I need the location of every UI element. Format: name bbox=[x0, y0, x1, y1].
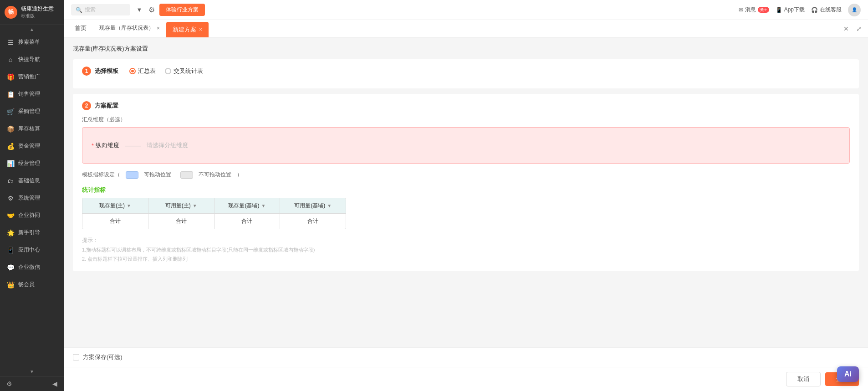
tabs-controls: ✕ ⤢ bbox=[842, 24, 863, 33]
page-title: 现存量(库存状况表)方案设置 bbox=[73, 45, 859, 53]
sidebar-item-label: 快捷导航 bbox=[18, 56, 40, 63]
wechat-icon: 💬 bbox=[6, 263, 15, 272]
quick-nav-icon: ⌂ bbox=[6, 56, 15, 64]
online-service-label: 在线客服 bbox=[820, 6, 842, 14]
tab-inventory-close[interactable]: × bbox=[157, 25, 160, 31]
main-area: 🔍 搜索 ▼ ⚙ 体验行业方案 ✉ 消息 99+ 📱 App下载 🎧 在线客服 … bbox=[64, 0, 868, 391]
stats-header-row: 现存量(主) ▼ 可用量(主) ▼ 现存量(基辅) ▼ 可用量(基辅) ▼ bbox=[82, 198, 346, 213]
topbar-gear-btn[interactable]: ⚙ bbox=[148, 5, 155, 14]
online-service-btn[interactable]: 🎧 在线客服 bbox=[811, 6, 842, 14]
message-btn[interactable]: ✉ 消息 99+ bbox=[739, 6, 769, 14]
sidebar-item-app-center[interactable]: 📱 应用中心 bbox=[0, 242, 64, 259]
cooperation-icon: 🤝 bbox=[6, 211, 15, 220]
fixed-label: 不可拖动位置 bbox=[199, 171, 231, 179]
sidebar-bottom: ⚙ ◀ bbox=[0, 376, 64, 391]
movable-indicator bbox=[126, 171, 138, 179]
user-avatar[interactable]: 👤 bbox=[848, 4, 861, 16]
step1-title: 选择模板 bbox=[95, 67, 118, 75]
step2-title: 方案配置 bbox=[95, 102, 118, 110]
sidebar-scroll-down[interactable]: ▼ bbox=[0, 367, 64, 376]
topbar-search-box[interactable]: 🔍 搜索 bbox=[71, 4, 130, 15]
step1-card: 1 选择模板 汇总表 交叉统计表 bbox=[73, 59, 859, 88]
app-logo-icon: 畅 bbox=[5, 6, 17, 19]
sidebar-item-label: 企业协同 bbox=[18, 211, 40, 219]
sidebar-item-label: 采购管理 bbox=[18, 108, 40, 115]
tips-item-1: 1.拖动标题栏可以调整布局，不可跨维度或指标区域拖动栏目字段(只能在同一维度或指… bbox=[82, 246, 850, 254]
tab-new-scheme-close[interactable]: × bbox=[199, 26, 202, 33]
sidebar-item-finance[interactable]: 💰 资金管理 bbox=[0, 138, 64, 155]
tabs-bar: 首页 现存量（库存状况表） × 新建方案 × ✕ ⤢ bbox=[64, 20, 868, 37]
search-dropdown-btn[interactable]: ▼ bbox=[135, 5, 144, 15]
dimension-placeholder: 请选择分组维度 bbox=[147, 141, 188, 149]
cancel-button[interactable]: 取消 bbox=[786, 372, 821, 386]
sidebar-item-label: 应用中心 bbox=[18, 246, 40, 254]
save-row: 方案保存(可选) bbox=[64, 347, 868, 367]
sidebar-item-inventory[interactable]: 📦 库存核算 bbox=[0, 120, 64, 138]
message-label: 消息 bbox=[745, 6, 756, 14]
marketing-icon: 🎁 bbox=[6, 73, 15, 81]
stats-col-1-header[interactable]: 现存量(主) ▼ bbox=[82, 198, 148, 213]
ai-fab-button[interactable]: Ai bbox=[837, 366, 859, 382]
sidebar-item-wechat[interactable]: 💬 企业微信 bbox=[0, 259, 64, 276]
sidebar-item-label: 资金管理 bbox=[18, 142, 40, 150]
search-menu-icon: ☰ bbox=[6, 38, 15, 46]
col4-chevron[interactable]: ▼ bbox=[327, 203, 332, 208]
save-scheme-label: 方案保存(可选) bbox=[83, 353, 123, 361]
sidebar-item-cooperation[interactable]: 🤝 企业协同 bbox=[0, 207, 64, 224]
sidebar-item-search-menu[interactable]: ☰ 搜索菜单 bbox=[0, 34, 64, 51]
inventory-icon: 📦 bbox=[6, 125, 15, 133]
message-icon: ✉ bbox=[739, 7, 743, 13]
sidebar-item-system[interactable]: ⚙ 系统管理 bbox=[0, 190, 64, 207]
tab-close-btn[interactable]: ✕ bbox=[842, 24, 851, 33]
close-bracket: ） bbox=[237, 171, 242, 179]
sidebar-item-operations[interactable]: 📊 经营管理 bbox=[0, 155, 64, 172]
tab-new-scheme[interactable]: 新建方案 × bbox=[166, 22, 209, 37]
radio-cross[interactable]: 交叉统计表 bbox=[165, 67, 203, 75]
basic-info-icon: 🗂 bbox=[6, 177, 15, 185]
sidebar: 畅 畅康通好生意 标准版 ▲ ☰ 搜索菜单 ⌂ 快捷导航 🎁 营销推广 📋 销售… bbox=[0, 0, 64, 391]
sidebar-item-quick-nav[interactable]: ⌂ 快捷导航 bbox=[0, 51, 64, 68]
stats-table: 现存量(主) ▼ 可用量(主) ▼ 现存量(基辅) ▼ 可用量(基辅) ▼ bbox=[82, 198, 346, 229]
col3-chevron[interactable]: ▼ bbox=[261, 203, 266, 208]
stats-col-1-agg: 合计 bbox=[82, 214, 148, 229]
new-guide-icon: 🌟 bbox=[6, 229, 15, 237]
settings-icon[interactable]: ⚙ bbox=[6, 380, 12, 387]
collapse-icon[interactable]: ◀ bbox=[52, 380, 57, 387]
sidebar-item-label: 搜索菜单 bbox=[18, 38, 40, 46]
sidebar-item-purchase[interactable]: 🛒 采购管理 bbox=[0, 103, 64, 120]
step2-header: 2 方案配置 bbox=[82, 101, 850, 110]
step2-badge: 2 bbox=[82, 101, 91, 110]
sidebar-item-new-guide[interactable]: 🌟 新手引导 bbox=[0, 224, 64, 242]
sidebar-item-label: 畅会员 bbox=[18, 281, 35, 288]
radio-summary-label: 汇总表 bbox=[138, 67, 156, 75]
sidebar-item-sales[interactable]: 📋 销售管理 bbox=[0, 86, 64, 103]
topbar-right: ✉ 消息 99+ 📱 App下载 🎧 在线客服 👤 bbox=[739, 4, 861, 16]
topbar-left: 🔍 搜索 ▼ ⚙ 体验行业方案 bbox=[71, 4, 205, 16]
sidebar-scroll-up[interactable]: ▲ bbox=[0, 25, 64, 34]
sidebar-item-basic-info[interactable]: 🗂 基础信息 bbox=[0, 172, 64, 190]
stats-col-2-header[interactable]: 可用量(主) ▼ bbox=[148, 198, 214, 213]
tab-home[interactable]: 首页 bbox=[68, 20, 93, 37]
app-logo-text: 畅康通好生意 标准版 bbox=[21, 5, 54, 19]
tab-expand-btn[interactable]: ⤢ bbox=[854, 24, 863, 33]
app-download-icon: 📱 bbox=[776, 7, 782, 13]
sidebar-item-label: 销售管理 bbox=[18, 90, 40, 98]
sidebar-item-label: 营销推广 bbox=[18, 73, 40, 81]
tab-inventory-report[interactable]: 现存量（库存状况表） × bbox=[93, 20, 166, 37]
radio-summary[interactable]: 汇总表 bbox=[129, 67, 156, 75]
stats-col-2-agg: 合计 bbox=[148, 214, 214, 229]
col4-name: 可用量(基辅) bbox=[294, 202, 325, 210]
sidebar-item-membership[interactable]: 👑 畅会员 bbox=[0, 276, 64, 293]
sidebar-item-marketing[interactable]: 🎁 营销推广 bbox=[0, 68, 64, 86]
col1-chevron[interactable]: ▼ bbox=[127, 203, 131, 208]
stats-col-3-header[interactable]: 现存量(基辅) ▼ bbox=[214, 198, 281, 213]
sidebar-item-label: 新手引导 bbox=[18, 229, 40, 237]
search-icon: 🔍 bbox=[76, 7, 82, 13]
dimension-area[interactable]: * 纵向维度 —— 请选择分组维度 bbox=[82, 127, 850, 164]
try-industry-btn[interactable]: 体验行业方案 bbox=[159, 4, 205, 16]
app-download-btn[interactable]: 📱 App下载 bbox=[776, 6, 805, 14]
col2-chevron[interactable]: ▼ bbox=[193, 203, 197, 208]
save-scheme-checkbox[interactable] bbox=[73, 354, 79, 360]
stats-section-title: 统计指标 bbox=[82, 186, 850, 194]
stats-col-4-header[interactable]: 可用量(基辅) ▼ bbox=[280, 198, 346, 213]
